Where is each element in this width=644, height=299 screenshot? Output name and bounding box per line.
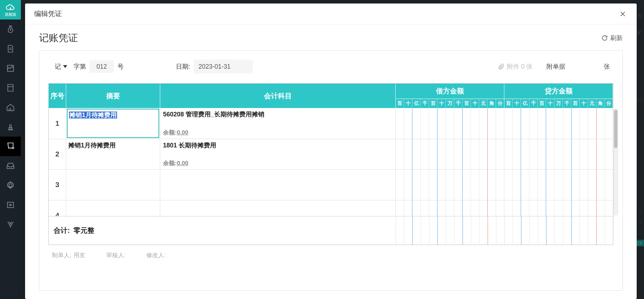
cloud-lock-icon: [5, 3, 16, 12]
stamp-icon: [6, 122, 15, 131]
chevron-down-icon: [63, 65, 67, 68]
row-seq: 3: [49, 170, 66, 200]
row-debit-cell[interactable]: [396, 200, 504, 216]
gear-icon: [6, 181, 15, 190]
attachment-label: 附件 0 张: [507, 62, 533, 71]
extra-doc-input[interactable]: [569, 61, 600, 72]
sidebar-item-3[interactable]: [0, 59, 21, 78]
modal-title: 编辑凭证: [34, 9, 62, 18]
table-row: 2摊销1月待摊费用1801 长期待摊费用余额:0.00: [49, 139, 613, 169]
table-scrollbar[interactable]: [613, 108, 618, 216]
signatures-row: 制单人:用友 审核人: 修改人:: [48, 245, 613, 259]
app-logo: 旗舰版: [0, 0, 21, 20]
row-account-text: 1801 长期待摊费用: [163, 141, 393, 150]
row-summary-cell[interactable]: 摊销1月待摊费用: [66, 108, 160, 139]
voucher-title: 记账凭证: [39, 31, 78, 45]
row-seq: 2: [49, 139, 66, 169]
chart-icon: [6, 64, 15, 73]
row-summary-text: 摊销1月待摊费用: [68, 141, 158, 150]
th-credit-group: 贷方金额 百 十 亿 千 百 十 万 千 百 十: [504, 84, 613, 108]
refresh-button[interactable]: 刷新: [601, 34, 623, 42]
calculator-icon: [6, 83, 15, 92]
th-seq: 序号: [49, 84, 66, 108]
sidebar-item-1[interactable]: [0, 20, 21, 39]
extra-doc-unit: 张: [604, 62, 610, 71]
th-account: 会计科目: [160, 84, 396, 108]
total-debit-cells: [396, 216, 504, 245]
row-credit-cell[interactable]: [504, 139, 613, 169]
row-credit-cell[interactable]: [504, 108, 613, 139]
sidebar-item-10[interactable]: [0, 195, 21, 215]
home-bars-icon: [6, 103, 15, 112]
total-credit-cells: [504, 216, 613, 245]
row-summary-cell[interactable]: [66, 200, 160, 216]
voucher-area: 记 字第 号 日期: 附件 0 张 附单据 张: [39, 50, 623, 291]
row-summary-cell[interactable]: [66, 170, 160, 200]
scrollbar-thumb[interactable]: [614, 110, 618, 148]
sidebar-item-11[interactable]: [0, 215, 21, 234]
table-row: 1摊销1月待摊费用560208 管理费用_长期待摊费用摊销余额:0.00: [49, 108, 613, 139]
th-credit: 贷方金额: [504, 84, 613, 99]
row-debit-cell[interactable]: [396, 139, 504, 169]
close-button[interactable]: [618, 9, 628, 19]
sidebar-item-8[interactable]: [0, 156, 21, 176]
sidebar-item-5[interactable]: [0, 98, 21, 117]
auditor-label: 审核人:: [106, 251, 126, 259]
row-account-cell[interactable]: 560208 管理费用_长期待摊费用摊销余额:0.00: [160, 108, 396, 139]
document-icon: [6, 44, 15, 53]
refresh-icon: [601, 34, 608, 41]
voucher-prefix: 字第: [73, 62, 86, 71]
voucher-meta-row: 记 字第 号 日期: 附件 0 张 附单据 张: [48, 60, 613, 74]
modifier-label: 修改人:: [146, 251, 166, 259]
row-debit-cell[interactable]: [396, 170, 504, 200]
th-credit-digits: 百 十 亿 千 百 十 万 千 百 十 元 角: [504, 99, 613, 108]
voucher-total-row: 合计: 零元整: [49, 216, 613, 245]
attachment-button[interactable]: 附件 0 张: [498, 62, 533, 71]
paperclip-icon: [498, 63, 505, 70]
row-summary-text[interactable]: 摊销1月待摊费用: [69, 112, 117, 118]
app-sidebar: 旗舰版: [0, 0, 21, 299]
sidebar-item-2[interactable]: [0, 39, 21, 59]
voucher-date-input[interactable]: [194, 60, 253, 74]
date-label: 日期:: [176, 62, 190, 71]
row-balance: 余额:0.00: [163, 129, 393, 137]
sidebar-item-7[interactable]: [0, 137, 21, 156]
row-seq: 4: [49, 200, 66, 216]
row-summary-cell[interactable]: 摊销1月待摊费用: [66, 139, 160, 169]
row-account-text: 560208 管理费用_长期待摊费用摊销: [163, 110, 393, 118]
refresh-label: 刷新: [610, 34, 623, 42]
voucher-table-head: 序号 摘要 会计科目 借方金额 百 十 亿 千 百 十: [49, 84, 613, 108]
th-debit-digits: 百 十 亿 千 百 十 万 千 百 十 元 角: [396, 99, 504, 108]
row-account-cell[interactable]: 1801 长期待摊费用余额:0.00: [160, 139, 396, 169]
voucher-type-select[interactable]: 记: [52, 61, 70, 72]
total-label: 合计:: [54, 226, 70, 235]
sidebar-item-9[interactable]: [0, 176, 21, 195]
row-debit-cell[interactable]: [396, 108, 504, 139]
th-debit: 借方金额: [396, 84, 504, 99]
row-account-cell[interactable]: [160, 170, 396, 200]
voucher-table-body: 1摊销1月待摊费用560208 管理费用_长期待摊费用摊销余额:0.002摊销1…: [49, 108, 613, 216]
voucher-number-input[interactable]: [90, 60, 114, 73]
voucher-table: 序号 摘要 会计科目 借方金额 百 十 亿 千 百 十: [48, 83, 613, 245]
row-credit-cell[interactable]: [504, 200, 613, 216]
voucher-edit-modal: 编辑凭证 记账凭证 刷新 记 字第 号 日期:: [25, 3, 637, 299]
table-row: 3: [49, 169, 613, 200]
row-balance: 余额:0.00: [163, 159, 393, 167]
row-credit-cell[interactable]: [504, 170, 613, 200]
voucher-suffix: 号: [117, 62, 124, 71]
extra-doc-label: 附单据: [546, 62, 565, 71]
th-summary: 摘要: [66, 84, 160, 108]
table-row: 4: [49, 200, 613, 216]
total-words: 零元整: [73, 226, 94, 235]
v-icon: [6, 220, 15, 229]
maker-value: 用友: [73, 251, 85, 259]
row-seq: 1: [49, 108, 66, 139]
sidebar-item-6[interactable]: [0, 117, 21, 137]
voucher-type-label: 记: [55, 62, 61, 71]
close-icon: [619, 10, 626, 17]
receipt-down-icon: [6, 142, 15, 151]
inbox-icon: [6, 161, 15, 170]
edition-label: 旗舰版: [5, 12, 16, 17]
row-account-cell[interactable]: [160, 200, 396, 216]
sidebar-item-4[interactable]: [0, 78, 21, 98]
